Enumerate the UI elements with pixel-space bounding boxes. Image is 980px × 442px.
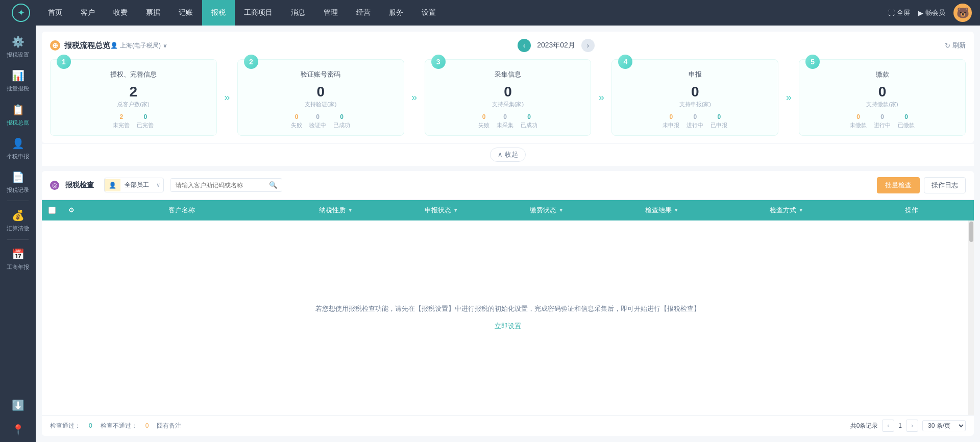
location-text: 上海(电子税局) [120,41,161,50]
per-page-select[interactable]: 30 条/页 50 条/页 100 条/页 [922,420,966,431]
nav-item-service[interactable]: 服务 [380,0,412,26]
fullscreen-button[interactable]: ⛶ 全屏 [888,8,910,17]
stat-4-1: 0 进行中 [687,113,703,129]
th-check-result: 检查结果 ▼ [599,206,724,215]
nav-item-fee[interactable]: 收费 [104,0,137,26]
pay-filter-icon[interactable]: ▼ [558,207,564,213]
check-method-filter-icon[interactable]: ▼ [798,207,803,213]
avatar[interactable]: 🐻 [953,4,972,22]
logo[interactable]: ✦ [8,0,34,26]
tax-settings-icon: ⚙️ [11,35,25,49]
stat-5-2: 0 已缴款 [898,113,915,129]
fullscreen-label: 全屏 [897,8,910,17]
sidebar-label-tax-record: 报税记录 [7,186,29,193]
th-setting[interactable]: ⚙ [62,206,81,214]
arrow-3-4: » [591,59,611,136]
stat-4-2: 0 已申报 [710,113,727,129]
nav-menu: 首页 客户 收费 票据 记账 报税 工商项目 消息 管理 经营 服务 设置 [39,0,888,26]
tax-type-filter-icon[interactable]: ▼ [348,207,353,213]
stat-label-2-2: 已成功 [333,121,350,129]
flow-step-1: 1 授权、完善信息 2 总客户数(家) 2 未完善 0 已完善 [50,59,217,136]
sidebar: ⚙️ 报税设置 📊 批量报税 📋 报税总览 👤 个税申报 📄 报税记录 💰 汇算… [0,26,36,442]
nav-item-message[interactable]: 消息 [282,0,314,26]
sidebar-item-individual-tax[interactable]: 👤 个税申报 [0,131,36,165]
th-action: 操作 [849,206,974,215]
declare-filter-icon[interactable]: ▼ [453,207,458,213]
select-all-checkbox[interactable] [48,207,56,214]
main-layout: ⚙️ 报税设置 📊 批量报税 📋 报税总览 👤 个税申报 📄 报税记录 💰 汇算… [0,26,980,442]
location-badge[interactable]: 👤 上海(电子税局) ∨ [110,41,167,50]
nav-item-business[interactable]: 工商项目 [235,0,282,26]
batch-check-button[interactable]: 批量检查 [877,177,920,193]
scrollbar[interactable] [968,220,974,415]
stat-3-0: 0 失败 [478,113,489,129]
refresh-button[interactable]: ↻ 刷新 [945,41,966,50]
stat-3-2: 0 已成功 [521,113,537,129]
collapse-label: 收起 [505,150,518,159]
stat-2-0: 0 失败 [291,113,302,129]
top-nav-right: ⛶ 全屏 ▶ 畅会员 🐻 [888,4,972,22]
stat-val-4-1: 0 [693,113,697,120]
search-button[interactable]: 🔍 [265,179,282,191]
check-title: 报税检查 [65,181,94,190]
nav-item-tax[interactable]: 报税 [202,0,235,26]
individual-tax-icon: 👤 [11,136,25,151]
setup-link[interactable]: 立即设置 [495,322,521,330]
nav-item-settings[interactable]: 设置 [412,0,445,26]
pass-count[interactable]: 0 [89,422,92,429]
pass-label: 检查通过： [50,422,81,430]
sidebar-item-download[interactable]: ⬇️ [0,393,36,418]
footer-left: 检查通过：0 检查不通过：0 囧有备注 [50,422,181,430]
refresh-icon: ↻ [945,42,950,50]
search-input[interactable] [170,179,265,191]
setting-icon: ⚙ [68,206,75,214]
flow-title-text: 报税流程总览 [64,41,110,51]
nav-item-home[interactable]: 首页 [39,0,71,26]
sidebar-item-tax-overview[interactable]: 📋 报税总览 [0,97,36,131]
nav-item-invoice[interactable]: 票据 [137,0,169,26]
collapse-button[interactable]: ∧ 收起 [490,148,526,162]
th-tax-type: 纳税性质 ▼ [283,206,388,215]
step-subtitle-1: 总客户数(家) [59,101,208,108]
employee-icon: 👤 [105,179,120,191]
date-next-button[interactable]: › [581,39,595,52]
th-checkbox[interactable] [42,207,62,214]
nav-item-manage[interactable]: 管理 [314,0,347,26]
page-prev-button[interactable]: ‹ [882,420,894,432]
sidebar-item-annual-report[interactable]: 📅 工商年报 [0,242,36,276]
sidebar-item-batch-tax[interactable]: 📊 批量报税 [0,63,36,97]
sidebar-item-tax-record[interactable]: 📄 报税记录 [0,165,36,199]
page-next-button[interactable]: › [906,420,918,432]
stat-val-5-0: 0 [856,113,860,120]
step-count-2: 0 [246,83,396,101]
sidebar-label-batch-tax: 批量报税 [7,85,29,92]
sidebar-item-tax-settings[interactable]: ⚙️ 报税设置 [0,30,36,63]
fullscreen-icon: ⛶ [888,9,895,17]
nav-item-client[interactable]: 客户 [71,0,104,26]
fail-label: 检查不通过： [101,422,137,430]
sidebar-label-settlement: 汇算清缴 [7,225,29,232]
stat-val-3-0: 0 [482,113,486,120]
employee-filter[interactable]: 👤 全部员工 ∨ [104,178,164,192]
date-prev-button[interactable]: ‹ [518,39,531,52]
step-stats-1: 2 未完善 0 已完善 [59,113,208,129]
step-subtitle-4: 支持申报(家) [620,101,770,108]
nav-item-accounting[interactable]: 记账 [169,0,202,26]
fail-count[interactable]: 0 [145,422,149,429]
op-log-button[interactable]: 操作日志 [924,177,966,193]
chevron-up-icon: ∧ [498,151,503,158]
check-result-filter-icon[interactable]: ▼ [674,207,679,213]
search-box[interactable]: 🔍 [170,178,282,192]
stat-1-0: 2 未完善 [113,113,130,129]
sidebar-item-settlement[interactable]: 💰 汇算清缴 [0,203,36,237]
nav-item-operation[interactable]: 经营 [347,0,380,26]
sidebar-item-location[interactable]: 📍 [0,418,36,442]
arrow-icon-2: » [411,91,417,103]
refresh-label: 刷新 [952,41,966,50]
table-body: 若您想使用报税检查功能，请先在【报税设置】中进行报税的初始化设置，完成密码验证和… [42,220,974,415]
stat-5-1: 0 进行中 [874,113,891,129]
vip-button[interactable]: ▶ 畅会员 [918,8,945,17]
step-stats-2: 0 失败 0 验证中 0 已成功 [246,113,396,129]
step-subtitle-3: 支持采集(家) [433,101,583,108]
tax-overview-icon: 📋 [11,103,25,117]
